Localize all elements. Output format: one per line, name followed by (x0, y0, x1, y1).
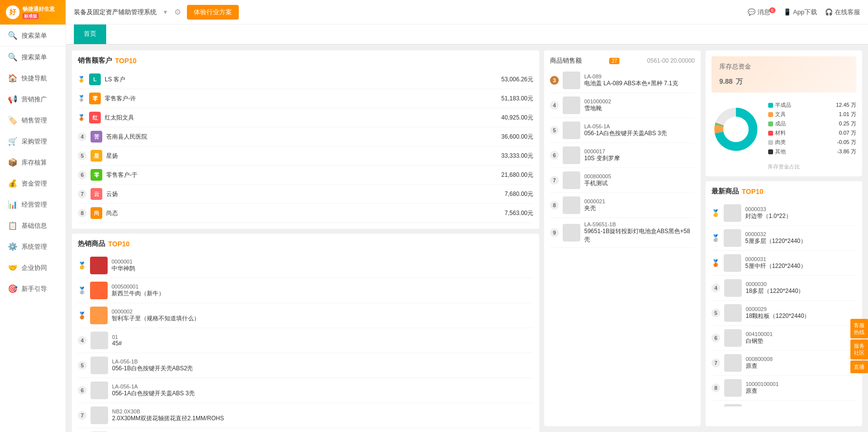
rank-number: 5 (550, 126, 559, 135)
rank-number: 7 (550, 176, 559, 185)
sidebar-search[interactable]: 🔍 搜索菜单 (0, 24, 66, 47)
sales-product-item: 7 000800005 手机测试 (550, 168, 695, 193)
rank-amount: 7,680.00元 (504, 190, 533, 198)
sidebar-item-10[interactable]: 🤝企业协同 (0, 257, 66, 278)
product-info: 0000031 5厘中纤（1220*2440） (745, 256, 856, 270)
product-name: 白钢垫 (746, 337, 856, 345)
legend-label: 其他 (775, 148, 786, 155)
rank-number: 4 (711, 284, 720, 292)
product-name: 056-1A白色按键开关盖ABS 3壳 (112, 389, 533, 398)
product-code: LA-59651-1B (584, 221, 695, 227)
sidebar-label-9: 系统管理 (22, 242, 47, 251)
product-name: 原查 (746, 362, 856, 370)
legend-value: -3.86 万 (837, 148, 856, 155)
sidebar-item-0[interactable]: 🔍搜索菜单 (0, 47, 66, 68)
product-code: 0000031 (745, 256, 856, 262)
rank-number: 6 (550, 151, 559, 160)
rank-number: 3 (550, 76, 559, 85)
legend-item: 半成品 12.45 万 (768, 101, 856, 109)
product-info: 01 45# (112, 334, 533, 347)
sidebar-label-2: 营销推广 (22, 95, 47, 104)
sidebar-label-1: 快捷导航 (22, 74, 47, 83)
sidebar-icon-10: 🤝 (8, 263, 18, 272)
rank-avatar: 红 (89, 112, 101, 123)
product-name: 中华神鹊 (112, 264, 533, 273)
sidebar-item-4[interactable]: 🛒采购管理 (0, 131, 66, 152)
product-thumb (91, 382, 108, 399)
float-btn-1[interactable]: 服务 社区 (850, 339, 868, 360)
new-products-title: 最新商品 TOP10 (711, 187, 856, 196)
rank-avatar: 苦 (91, 131, 102, 143)
sidebar-item-7[interactable]: 📊经营管理 (0, 194, 66, 215)
sales-product-item: 6 0000017 10S 变刹罗摩 (550, 143, 695, 168)
tab-home[interactable]: 首页 (74, 24, 106, 44)
sales-product-item: 3 LA-089 电池盖 LA-089 ABS本色+黑种 7.1克 (550, 68, 695, 93)
product-info: LA-056-1B 056-1B白色按键开关壳ABS2壳 (112, 359, 533, 373)
rank-item: 🥇 L LS 客户 53,006.26元 (78, 70, 533, 89)
inventory-card: 库存总资金 9.88 万 (706, 50, 862, 176)
rank-name: 苍南县人民医院 (106, 133, 498, 141)
product-thumb (563, 96, 580, 114)
product-info: 000800005 手机测试 (584, 173, 695, 188)
product-info: 000800008 原查 (746, 356, 856, 370)
float-btn-0[interactable]: 客服 热线 (850, 319, 868, 339)
rank-item: 8 尚 尚态 7,563.00元 (78, 204, 533, 223)
product-item: 🥉 0000002 智利车子里（规格不知道填什么） (78, 303, 533, 328)
svg-point-6 (724, 118, 748, 141)
rank-amount: 51,183.00元 (502, 95, 533, 103)
sidebar-item-11[interactable]: 🎯新手引导 (0, 278, 66, 299)
sidebar-item-8[interactable]: 📋基础信息 (0, 215, 66, 236)
sidebar-item-6[interactable]: 💰资金管理 (0, 173, 66, 194)
product-code: NB2.0X30B (112, 408, 533, 414)
product-info: 0000021 夹壳 (584, 198, 695, 213)
legend-value: 0.07 万 (839, 129, 856, 137)
legend-label: 半成品 (775, 101, 791, 109)
product-info: 0000028 体械嘉核味苏打饮品400毫升（1*15） (746, 406, 856, 407)
rank-item: 7 云 云扬 7,680.00元 (78, 185, 533, 204)
product-code: 0000032 (745, 231, 856, 237)
product-info: 0000002 智利车子里（规格不知道填什么） (112, 309, 533, 323)
product-name: 45# (112, 340, 533, 347)
product-info: 0000001 中华神鹊 (112, 259, 533, 273)
sidebar: 好 畅捷通好生意 标准版 🔍 搜索菜单 🔍搜索菜单🏠快捷导航📢营销推广🏷️销售管… (0, 0, 66, 432)
rank-number: 7 (78, 411, 87, 420)
product-thumb (724, 329, 742, 347)
product-thumb (563, 171, 580, 189)
product-info: 001000002 雪地靴 (584, 98, 695, 113)
float-btn-2[interactable]: 直播 (850, 360, 868, 373)
new-products-list: 🥇 0000033 封边带（1.0*22） 🥈 0000032 5厘多层（122… (711, 201, 856, 407)
product-thumb (91, 357, 108, 374)
rank-number: 4 (78, 336, 87, 345)
new-product-item: 5 0000029 18颗粒板（1220*2440） (711, 301, 856, 326)
sidebar-item-3[interactable]: 🏷️销售管理 (0, 110, 66, 131)
message-button[interactable]: 💬 消息 6 (748, 8, 776, 17)
col-left: 销售额客户 TOP10 🥇 L LS 客户 53,006.26元 🥈 零 零售客… (72, 50, 539, 426)
sidebar-item-9[interactable]: ⚙️系统管理 (0, 236, 66, 257)
sidebar-label-0: 搜索菜单 (22, 53, 47, 62)
rank-number: 5 (78, 151, 87, 160)
product-name: 手机测试 (584, 179, 695, 188)
product-item: 8 0000011 12070519-xs (78, 428, 533, 432)
product-thumb (724, 404, 742, 407)
donut-chart (711, 105, 760, 154)
rank-number: 8 (550, 201, 559, 210)
trial-button[interactable]: 体验行业方案 (187, 5, 239, 20)
product-name: 智利车子里（规格不知道填什么） (112, 314, 533, 323)
sales-product-item: 5 LA-056-1A 056-1A白色按键开关盖ABS 3壳 (550, 118, 695, 143)
sidebar-item-5[interactable]: 📦库存核算 (0, 152, 66, 173)
dropdown-icon[interactable]: ▼ (162, 9, 168, 16)
product-name: 2.0X30MM双搓花轴搓花直径2.1MM/ROHS (112, 414, 533, 423)
rank-amount: 53,006.26元 (502, 75, 533, 84)
gear-icon[interactable]: ⚙ (174, 7, 181, 17)
sales-product-item: 9 LA-59651-1B 59651-1B旋转投影灯电池盒ABS黑色+58壳 (550, 218, 695, 248)
online-service-button[interactable]: 🎧 在线客服 (825, 8, 860, 17)
sidebar-item-1[interactable]: 🏠快捷导航 (0, 68, 66, 89)
product-thumb (563, 224, 580, 241)
donut-legend: 半成品 12.45 万 文具 1.01 万 成品 0.25 万 材料 0.07 … (768, 101, 856, 157)
sidebar-label-11: 新手引导 (22, 285, 47, 293)
sidebar-icon-5: 📦 (8, 158, 18, 167)
app-download-button[interactable]: 📱 App下载 (783, 8, 817, 17)
rank-number: 4 (550, 101, 559, 110)
sidebar-item-2[interactable]: 📢营销推广 (0, 89, 66, 110)
new-products-card: 最新商品 TOP10 🥇 0000033 封边带（1.0*22） 🥈 00000… (706, 181, 862, 426)
